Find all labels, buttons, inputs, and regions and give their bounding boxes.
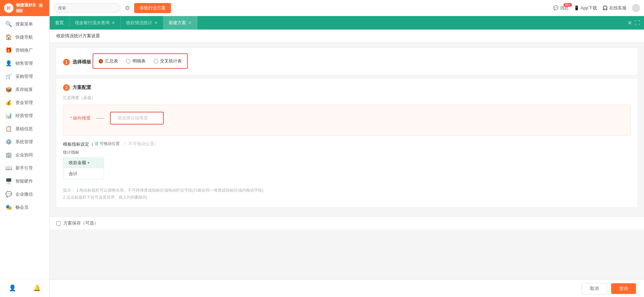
radio-summary-input[interactable] (99, 59, 103, 63)
notification-btn[interactable]: 💬 消息 99+ (553, 5, 569, 11)
sidebar-bottom: 👤 🔔 (0, 279, 49, 297)
building-icon: 🏢 (5, 152, 12, 158)
headset-icon: 🎧 (602, 5, 608, 10)
query-button[interactable]: 查询 (611, 283, 636, 294)
tab-new-plan-close[interactable]: ✕ (188, 20, 192, 25)
dim-label: 汇总维度（必选） (63, 95, 631, 101)
content-area: 收款情况统计方案设置 1 选择模板 汇总表 (50, 30, 644, 280)
metrics-table: 收款金额 ▾ 合计 (63, 157, 104, 180)
chat-icon: 💬 (5, 191, 12, 197)
tab-stats[interactable]: 收款情况统计 ✕ (121, 16, 163, 30)
clipboard-icon: 📋 (5, 126, 12, 132)
sidebar-nav: 🔍 搜索菜单 🏠 快捷导航 🎁 营销推广 👤 销售管理 🛒 采购管理 📦 库存核… (0, 16, 49, 279)
sidebar-item-beginner[interactable]: 📖 新手引导 (0, 161, 49, 175)
monitor-icon: 🖥️ (5, 178, 12, 184)
tabbar: 首页 现金银行流水查询 ✕ 收款情况统计 ✕ 新建方案 ✕ ✕ ⛶ (50, 16, 644, 30)
box-icon: 📦 (5, 86, 12, 93)
user-avatar[interactable] (632, 4, 640, 12)
sidebar-item-marketing[interactable]: 🎁 营销推广 (0, 44, 49, 57)
sidebar: 好 畅捷通好生 标准版 🔍 搜索菜单 🏠 快捷导航 🎁 营销推广 👤 销售管理 … (0, 0, 50, 297)
tab-stats-close[interactable]: ✕ (154, 20, 158, 25)
topbar-right: 💬 消息 99+ 📱 App下载 🎧 在线客服 (553, 4, 640, 12)
sidebar-item-operation[interactable]: 📊 经营管理 (0, 109, 49, 122)
save-plan-checkbox[interactable] (56, 221, 61, 226)
cart-icon: 🛒 (5, 73, 12, 80)
app-download-btn[interactable]: 📱 App下载 (574, 5, 597, 11)
no-drag-handle-icon (123, 142, 127, 145)
mobile-icon: 📱 (574, 5, 579, 10)
sidebar-item-system[interactable]: ⚙️ 系统管理 (0, 135, 49, 148)
sidebar-item-sales[interactable]: 👤 销售管理 (0, 57, 49, 70)
tab-bank[interactable]: 现金银行流水查询 ✕ (69, 16, 121, 30)
metrics-label-text: 模板指标设定（ 可拖动位置 不可拖动位置） (63, 141, 159, 147)
radio-detail[interactable]: 明细表 (126, 58, 146, 64)
logo-icon: 好 (4, 3, 13, 13)
sidebar-item-basic-info[interactable]: 📋 基础信息 (0, 122, 49, 135)
sidebar-item-wechat[interactable]: 💬 企业微信 (0, 188, 49, 201)
tab-new-plan[interactable]: 新建方案 ✕ (163, 16, 197, 30)
home-icon: 🏠 (5, 34, 12, 40)
sidebar-item-purchase[interactable]: 🛒 采购管理 (0, 70, 49, 83)
radio-cross[interactable]: 交叉统计表 (154, 58, 182, 64)
template-options: 汇总表 明细表 交叉统计表 (93, 53, 188, 69)
sidebar-bottom-user[interactable]: 👤 (7, 282, 18, 294)
page-body: 1 选择模板 汇总表 明细表 (50, 43, 644, 216)
drag-handle-icon (95, 142, 98, 145)
metrics-table-header[interactable]: 收款金额 ▾ (63, 158, 104, 168)
settings-icon[interactable]: ⚙ (125, 4, 130, 12)
draggable-badge: 可拖动位置 (95, 141, 120, 147)
radio-cross-input[interactable] (154, 59, 158, 63)
step2-label: 2 方案配置 (63, 84, 91, 91)
sidebar-item-member[interactable]: 🎭 畅会员 (0, 201, 49, 214)
sidebar-item-quick-nav[interactable]: 🏠 快捷导航 (0, 31, 49, 44)
metrics-section: 模板指标设定（ 可拖动位置 不可拖动位置） (63, 141, 631, 201)
avatar-placeholder (632, 4, 640, 12)
bottom-bar: 取消 查询 (50, 280, 644, 297)
page-header: 收款情况统计方案设置 (50, 30, 644, 43)
topbar: ⚙ 体验行业方案 💬 消息 99+ 📱 App下载 🎧 在线客服 (50, 0, 644, 16)
cancel-button[interactable]: 取消 (582, 283, 607, 294)
vertical-dim-row: * 纵向维度 —— 请选择分组维度 (70, 112, 624, 125)
dim-placeholder[interactable]: 请选择分组维度 (110, 112, 164, 125)
footer-section: 方案保存（可选） (50, 216, 644, 230)
radio-summary[interactable]: 汇总表 (99, 58, 118, 64)
stats-label: 统计指标 (63, 150, 104, 155)
member-icon: 🎭 (5, 204, 12, 210)
tab-expand-icon[interactable]: ⛶ (635, 20, 640, 26)
arrow-icon: —— (96, 115, 105, 120)
radio-group: 汇总表 明细表 交叉统计表 (99, 58, 182, 64)
tab-actions: ✕ ⛶ (628, 20, 644, 26)
metrics-label-row: 模板指标设定（ 可拖动位置 不可拖动位置） (63, 141, 631, 147)
step1-label: 1 选择模板 (63, 59, 91, 65)
sidebar-item-inventory[interactable]: 📦 库存核算 (0, 83, 49, 96)
tab-minimize-icon[interactable]: ✕ (628, 20, 632, 26)
sidebar-item-capital[interactable]: 💰 资金管理 (0, 96, 49, 109)
message-icon: 💬 (553, 5, 558, 10)
sidebar-logo: 好 畅捷通好生 标准版 (0, 0, 49, 16)
industry-btn[interactable]: 体验行业方案 (134, 3, 171, 13)
hints: 提示： 1.拖动标题栏可以调整布局，不可跨维度或指标区域拖动栏目字段(只能在同一… (63, 188, 631, 200)
search-input[interactable] (54, 3, 121, 13)
gear-icon: ⚙️ (5, 139, 12, 145)
main-area: ⚙ 体验行业方案 💬 消息 99+ 📱 App下载 🎧 在线客服 首页 (50, 0, 644, 297)
sidebar-item-enterprise[interactable]: 🏢 企业协同 (0, 148, 49, 161)
tab-bank-close[interactable]: ✕ (112, 20, 115, 25)
support-btn[interactable]: 🎧 在线客服 (602, 5, 627, 11)
step2-section: 2 方案配置 汇总维度（必选） * 纵向维度 —— 请选择分组维度 (56, 79, 637, 207)
step1-section: 1 选择模板 汇总表 明细表 (56, 48, 637, 75)
search-icon: 🔍 (5, 21, 12, 27)
radio-detail-input[interactable] (126, 59, 130, 63)
tab-home[interactable]: 首页 (50, 16, 69, 30)
chevron-down-icon: ▾ (88, 160, 90, 165)
logo-text: 畅捷通好生 标准版 (16, 3, 45, 13)
book-icon: 📖 (5, 165, 12, 171)
sidebar-bottom-notif[interactable]: 🔔 (31, 282, 43, 294)
sidebar-item-search-menu[interactable]: 🔍 搜索菜单 (0, 17, 49, 31)
metrics-tables: 统计指标 收款金额 ▾ 合计 (63, 150, 631, 181)
sidebar-item-hardware[interactable]: 🖥️ 智能硬件 (0, 175, 49, 188)
metrics-table-cell: 合计 (63, 168, 104, 180)
bell-bottom-icon: 🔔 (33, 284, 41, 292)
non-draggable-badge: 不可拖动位置） (123, 141, 159, 146)
user-bottom-icon: 👤 (9, 284, 16, 292)
chart-icon: 📊 (5, 112, 12, 119)
